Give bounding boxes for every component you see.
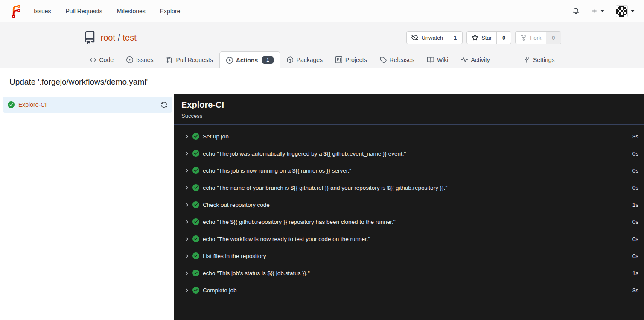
job-log-header: Explore-CI Success	[174, 94, 644, 125]
job-item-explore-ci[interactable]: Explore-CI	[3, 97, 172, 113]
step-row[interactable]: Set up job 3s	[174, 128, 644, 145]
step-duration: 1s	[632, 270, 638, 276]
step-name: echo "The job was automatically triggere…	[203, 150, 406, 157]
step-duration: 0s	[632, 150, 638, 157]
step-success-icon	[192, 270, 199, 276]
nav-milestones[interactable]: Milestones	[110, 8, 153, 15]
step-row[interactable]: Check out repository code 1s	[174, 196, 644, 213]
step-duration: 0s	[632, 185, 638, 191]
top-navbar: Issues Pull Requests Milestones Explore	[0, 0, 644, 22]
repo-name-link[interactable]: test	[123, 33, 137, 42]
avatar	[616, 5, 628, 17]
code-icon	[90, 56, 96, 63]
step-row[interactable]: echo "The job was automatically triggere…	[174, 145, 644, 162]
repo-action-buttons: Unwatch 1 Star 0 Fork 0	[406, 31, 561, 44]
step-name: Complete job	[203, 287, 237, 294]
plus-icon	[591, 8, 597, 14]
step-success-icon	[192, 287, 199, 294]
issue-opened-icon	[126, 56, 133, 63]
fork-icon	[520, 34, 527, 41]
project-icon	[335, 56, 342, 63]
tab-pull-requests[interactable]: Pull Requests	[160, 51, 219, 68]
step-row[interactable]: List files in the repository 0s	[174, 247, 644, 264]
forgejo-logo-icon[interactable]	[9, 4, 23, 18]
star-button[interactable]: Star 0	[466, 31, 511, 44]
step-duration: 0s	[632, 219, 638, 225]
repo-breadcrumb: root/test	[101, 33, 137, 43]
nav-issues[interactable]: Issues	[26, 8, 58, 15]
tab-activity[interactable]: Activity	[455, 51, 496, 68]
chevron-right-icon[interactable]	[184, 219, 190, 225]
star-count: 0	[496, 32, 511, 44]
tab-actions[interactable]: Actions 1	[219, 51, 280, 68]
step-name: Check out repository code	[203, 202, 270, 208]
step-success-icon	[192, 218, 199, 225]
step-duration: 0s	[632, 253, 638, 259]
job-log-title: Explore-CI	[181, 100, 636, 110]
step-duration: 3s	[632, 133, 638, 140]
user-menu[interactable]	[616, 5, 635, 17]
package-icon	[287, 56, 294, 63]
step-duration: 0s	[632, 236, 638, 242]
rerun-job-icon[interactable]	[160, 101, 167, 108]
tab-projects[interactable]: Projects	[329, 51, 373, 68]
nav-links: Issues Pull Requests Milestones Explore	[26, 8, 187, 15]
chevron-right-icon[interactable]	[184, 185, 190, 191]
step-row[interactable]: echo "This job is now running on a ${{ r…	[174, 162, 644, 179]
tab-wiki[interactable]: Wiki	[421, 51, 455, 68]
chevron-right-icon[interactable]	[184, 202, 190, 208]
tab-packages[interactable]: Packages	[280, 51, 329, 68]
step-duration: 3s	[632, 287, 638, 294]
tab-releases[interactable]: Releases	[373, 51, 421, 68]
chevron-right-icon[interactable]	[184, 168, 190, 173]
step-name: echo "This job is now running on a ${{ r…	[203, 167, 351, 174]
step-row[interactable]: echo "The name of your branch is ${{ git…	[174, 179, 644, 196]
step-name: echo "The ${{ github.repository }} repos…	[203, 219, 396, 225]
chevron-right-icon[interactable]	[184, 270, 190, 276]
job-name: Explore-CI	[18, 101, 47, 108]
unwatch-button[interactable]: Unwatch 1	[406, 31, 463, 44]
nav-pull-requests[interactable]: Pull Requests	[58, 8, 109, 15]
fork-button: Fork 0	[515, 31, 561, 44]
nav-explore[interactable]: Explore	[153, 8, 187, 15]
main-content: Update '.forgejo/workflows/demo.yaml' Ex…	[0, 76, 644, 320]
chevron-right-icon[interactable]	[184, 151, 190, 156]
tab-code[interactable]: Code	[83, 51, 120, 68]
step-duration: 0s	[632, 167, 638, 174]
create-new-button[interactable]	[591, 8, 604, 14]
star-icon	[472, 34, 478, 41]
step-success-icon	[192, 252, 199, 259]
watch-count: 1	[448, 32, 462, 44]
step-row[interactable]: echo "The ${{ github.repository }} repos…	[174, 213, 644, 230]
step-success-icon	[192, 201, 199, 208]
tab-issues[interactable]: Issues	[120, 51, 160, 68]
repo-tabs: Code Issues Pull Requests Actions 1 Pack…	[83, 51, 561, 68]
step-row[interactable]: echo "This job's status is ${{ job.statu…	[174, 264, 644, 282]
git-pull-request-icon	[166, 56, 173, 63]
notifications-bell-icon[interactable]	[572, 7, 580, 15]
chevron-right-icon[interactable]	[184, 253, 190, 259]
book-icon	[427, 56, 434, 63]
step-success-icon	[192, 167, 199, 174]
actions-count-badge: 1	[262, 56, 273, 64]
breadcrumb-separator: /	[118, 33, 120, 42]
commit-title: Update '.forgejo/workflows/demo.yaml'	[9, 76, 635, 88]
step-list: Set up job 3s echo "The job was automati…	[174, 125, 644, 299]
chevron-right-icon[interactable]	[184, 134, 190, 139]
settings-tools-icon	[523, 56, 530, 63]
step-name: List files in the repository	[203, 253, 266, 259]
repo-owner-link[interactable]: root	[101, 33, 115, 42]
tab-settings[interactable]: Settings	[517, 51, 561, 68]
step-name: echo "The name of your branch is ${{ git…	[203, 185, 447, 191]
step-row[interactable]: Complete job 3s	[174, 282, 644, 299]
chevron-right-icon[interactable]	[184, 236, 190, 242]
step-row[interactable]: echo "The workflow is now ready to test …	[174, 230, 644, 247]
job-log-panel: Explore-CI Success Set up job 3s echo "T…	[174, 94, 644, 320]
chevron-down-icon	[600, 10, 604, 12]
job-log-status: Success	[181, 113, 636, 119]
step-success-icon	[192, 235, 199, 242]
eye-closed-icon	[411, 34, 418, 41]
step-success-icon	[192, 150, 199, 157]
play-circle-icon	[226, 57, 233, 64]
chevron-right-icon[interactable]	[184, 288, 190, 293]
